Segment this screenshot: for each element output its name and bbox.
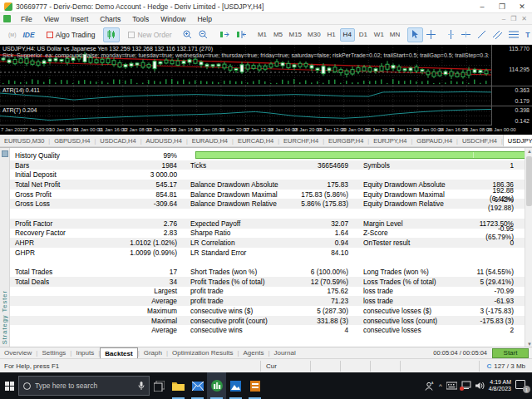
row-value: 34 — [111, 278, 177, 286]
action-center-button[interactable]: 1 — [515, 380, 529, 392]
cortana-icon — [23, 382, 31, 390]
scroll-up-arrow[interactable]: ▲ — [527, 149, 532, 154]
row-label: consecutive loss (count) — [363, 317, 470, 325]
metaeditor-ide-button[interactable]: IDE — [19, 27, 37, 42]
taskbar-clock[interactable]: 4:19 AM 4/8/2023 — [489, 379, 511, 392]
chart-tab-eurusd-m30[interactable]: EURUSD,M30 — [0, 135, 48, 147]
tester-tab-journal[interactable]: Journal — [269, 347, 299, 359]
menu-item-file[interactable]: File — [15, 13, 38, 25]
menu-item-view[interactable]: View — [38, 13, 65, 25]
taskbar-search-input[interactable]: Type here to search — [18, 376, 150, 396]
open-tester-visual-button[interactable] — [103, 27, 120, 42]
memory-usage: 127 / 3 Mb — [494, 362, 525, 370]
scroll-thumb[interactable] — [526, 156, 532, 206]
metatrader5-taskbar-button[interactable] — [207, 372, 226, 399]
auto-scroll-button[interactable] — [216, 27, 233, 42]
price-axis[interactable]: 115.770 114.295 — [491, 45, 532, 86]
menu-item-charts[interactable]: Charts — [94, 13, 126, 25]
vertical-line-button[interactable] — [444, 27, 458, 42]
file-explorer-button[interactable] — [169, 372, 188, 399]
tester-tab-optimization-results[interactable]: Optimization Results — [168, 347, 237, 359]
menu-item-tools[interactable]: Tools — [126, 13, 155, 25]
touch-keyboard-icon[interactable] — [446, 382, 457, 390]
row-value: 854.81 — [111, 190, 177, 199]
vertical-line-icon — [447, 30, 455, 39]
chart-tab-bar: EURUSD,M30|GBPUSD,H4|USDCAD,H4|AUDUSD,H4… — [0, 135, 532, 147]
office-app-button[interactable] — [245, 372, 264, 399]
minimize-button[interactable]: – — [472, 0, 492, 13]
chart-tab-eurcad-h4[interactable]: EURCAD,H4 — [234, 135, 278, 147]
crosshair-tool-button[interactable] — [423, 27, 439, 42]
timeframe-w1[interactable]: W1 — [372, 28, 387, 42]
trendline-button[interactable] — [474, 27, 490, 42]
timeframe-mn[interactable]: MN — [387, 28, 402, 42]
tester-tab-agents[interactable]: Agents — [239, 347, 268, 359]
row-value: 36654669 — [292, 161, 348, 170]
menu-item-window[interactable]: Window — [155, 13, 191, 25]
chart-tab-eurjpy-h4[interactable]: EURJPY,H4 — [369, 135, 411, 147]
chart-tab-euraud-h4[interactable]: EURAUD,H4 — [188, 135, 232, 147]
channel-button[interactable] — [490, 27, 505, 42]
volume-icon[interactable] — [475, 382, 485, 390]
start-button[interactable]: Start — [492, 348, 529, 358]
tester-tab-backtest[interactable]: Backtest — [100, 347, 137, 359]
maximize-button[interactable]: ❐ — [492, 0, 512, 13]
crosshair-icon — [426, 30, 436, 39]
tester-tab-settings[interactable]: Settings — [37, 347, 70, 359]
people-icon[interactable]: ᴬ — [425, 382, 435, 391]
chart-tab-usdchf-h4[interactable]: USDCHF,H4 — [458, 135, 501, 147]
tester-tab-inputs[interactable]: Inputs — [71, 347, 98, 359]
row-value: 2 — [470, 326, 525, 334]
tester-tab-overview[interactable]: Overview — [0, 347, 36, 359]
menu-item-insert[interactable]: Insert — [65, 13, 94, 25]
row-value: 2.83 — [111, 229, 177, 237]
chart-tab-usdcad-h4[interactable]: USDCAD,H4 — [96, 135, 140, 147]
timeframe-h4[interactable]: H4 — [340, 28, 355, 42]
child-minimize[interactable]: – — [502, 15, 505, 22]
menu-item-help[interactable]: Help — [191, 13, 217, 25]
tester-side-strip[interactable]: Strategy Tester — [0, 148, 10, 347]
chart-tab-eurchf-h4[interactable]: EURCHF,H4 — [279, 135, 323, 147]
row-label: Initial Deposit — [15, 170, 111, 179]
timeframe-h1[interactable]: H1 — [324, 28, 339, 42]
child-restore[interactable]: ❐ — [510, 15, 516, 22]
fibonacci-button[interactable] — [505, 27, 522, 42]
tester-tab-graph[interactable]: Graph — [140, 347, 166, 359]
algo-trading-button[interactable]: Algo Trading — [43, 27, 99, 42]
zoom-in-button[interactable] — [180, 27, 195, 42]
chart-tab-usdjpy-h4[interactable]: USDJPY,H4 — [503, 135, 532, 147]
timeframe-m1[interactable]: M1 — [254, 28, 269, 42]
task-view-button[interactable] — [150, 372, 169, 399]
chart-tab-gbpusd-h4[interactable]: GBPUSD,H4 — [50, 135, 94, 147]
time-axis[interactable]: 7 Jan 20227 Jan 20:0010 Jan 08:0011 Jan … — [0, 126, 491, 135]
child-close[interactable]: ✕ — [521, 15, 527, 22]
timeframe-m30[interactable]: M30 — [305, 28, 323, 42]
chart-area[interactable]: USDJPY,H4: US Dollar vs Japanese Yen 132… — [0, 45, 532, 135]
zoom-out-button[interactable] — [195, 27, 211, 42]
chart-tab-audusd-h4[interactable]: AUDUSD,H4 — [142, 135, 186, 147]
network-tray-icon[interactable] — [461, 381, 471, 391]
timeframe-d1[interactable]: D1 — [356, 28, 371, 42]
tray-expand-chevron[interactable]: ^ — [439, 382, 442, 390]
text-tool-button[interactable]: T — [522, 27, 532, 42]
chart-tab-eurgbp-h4[interactable]: EURGBP,H4 — [324, 135, 367, 147]
price-label-high: 115.770 — [509, 46, 530, 52]
metaquotes-id-icon[interactable]: (м) — [5, 27, 19, 42]
chart-shift-button[interactable] — [233, 27, 249, 42]
tester-scrollbar[interactable]: ▲ ▼ — [525, 148, 532, 347]
new-order-button[interactable]: New Order — [125, 27, 175, 42]
history-quality-bar — [195, 151, 525, 159]
row-label: Balance Drawdown Absolute — [190, 180, 292, 189]
atr14-axis: 0.363 0.179 — [491, 86, 532, 106]
close-button[interactable]: ✕ — [512, 0, 532, 13]
memory-usage-cell: C 127 / 3 Mb — [479, 361, 532, 372]
mail-button[interactable] — [188, 372, 207, 399]
start-menu-button[interactable] — [0, 372, 18, 399]
timeframe-m5[interactable]: M5 — [270, 28, 285, 42]
chart-tab-gbpaud-h4[interactable]: GBPAUD,H4 — [412, 135, 456, 147]
timeframe-m15[interactable]: M15 — [286, 28, 304, 42]
horizontal-line-button[interactable] — [458, 27, 474, 42]
cursor-tool-button[interactable] — [407, 27, 423, 42]
photos-button[interactable] — [226, 372, 245, 399]
microphone-icon[interactable] — [138, 382, 145, 391]
